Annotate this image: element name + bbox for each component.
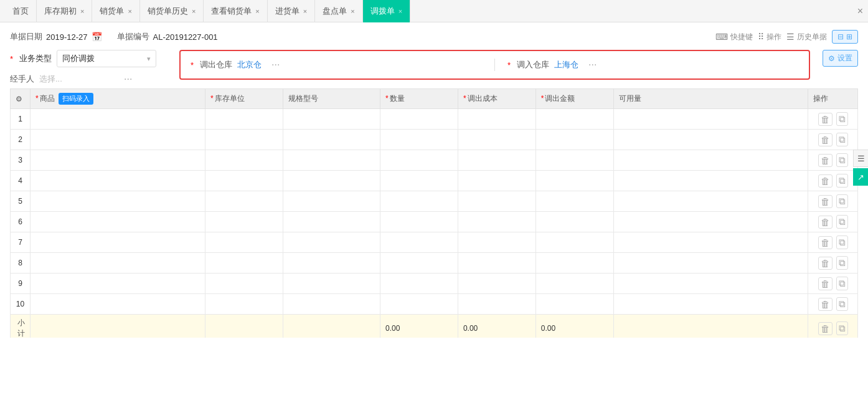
copy-icon[interactable]: ⧉ (836, 194, 848, 208)
cost-cell[interactable] (458, 150, 535, 171)
spec-cell[interactable] (283, 191, 380, 212)
delete-icon[interactable]: 🗑 (818, 216, 833, 229)
close-icon[interactable]: × (255, 7, 259, 15)
unit-cell[interactable] (205, 232, 283, 253)
tab-transfer[interactable]: 调拨单 × (363, 0, 410, 22)
cost-cell[interactable] (458, 294, 535, 315)
amount-cell[interactable] (535, 109, 613, 130)
quantity-cell[interactable] (380, 253, 458, 274)
quantity-cell[interactable] (380, 294, 458, 315)
operations-action[interactable]: ⠿ 操作 (758, 32, 781, 42)
gear-icon[interactable]: ⚙ (16, 95, 22, 103)
amount-cell[interactable] (535, 130, 613, 150)
cost-cell[interactable] (458, 191, 535, 212)
from-warehouse-more-icon[interactable]: ··· (271, 59, 280, 70)
amount-cell[interactable] (535, 191, 613, 212)
cost-cell[interactable]: 0.00 (458, 315, 535, 338)
close-icon[interactable]: × (80, 7, 84, 15)
tab-inventory-init[interactable]: 库存期初 × (37, 0, 92, 22)
delete-icon[interactable]: 🗑 (818, 257, 833, 270)
copy-icon[interactable]: ⧉ (836, 277, 848, 290)
unit-cell[interactable] (205, 253, 283, 274)
delete-icon[interactable]: 🗑 (818, 154, 833, 167)
person-more-icon[interactable]: ··· (124, 74, 132, 85)
spec-cell[interactable] (283, 150, 380, 171)
col-settings[interactable]: ⚙ (11, 89, 31, 109)
cost-cell[interactable] (458, 130, 535, 150)
delete-icon[interactable]: 🗑 (818, 322, 833, 335)
cost-cell[interactable] (458, 253, 535, 274)
close-icon[interactable]: × (351, 7, 354, 15)
quantity-cell[interactable] (380, 150, 458, 171)
tab-sales-order[interactable]: 销货单 × (92, 0, 139, 22)
delete-icon[interactable]: 🗑 (818, 113, 833, 126)
quantity-cell[interactable] (380, 109, 458, 130)
history-action[interactable]: ☰ 历史单据 (786, 32, 827, 42)
delete-icon[interactable]: 🗑 (818, 133, 833, 146)
close-icon[interactable]: × (192, 7, 196, 15)
calendar-icon[interactable]: 📅 (92, 32, 102, 42)
amount-cell[interactable] (535, 274, 613, 294)
product-cell[interactable] (31, 150, 205, 171)
amount-cell[interactable] (535, 212, 613, 232)
copy-icon[interactable]: ⧉ (836, 215, 848, 229)
quantity-cell[interactable] (380, 212, 458, 232)
unit-cell[interactable] (205, 109, 283, 130)
unit-cell[interactable] (205, 150, 283, 171)
spec-cell[interactable] (283, 212, 380, 232)
product-cell[interactable] (31, 315, 205, 338)
tab-sales-history[interactable]: 销货单历史 × (140, 0, 204, 22)
shortcuts-action[interactable]: ⌨ 快捷键 (715, 32, 753, 42)
unit-cell[interactable] (205, 315, 283, 338)
amount-cell[interactable] (535, 294, 613, 315)
tab-home[interactable]: 首页 (5, 0, 37, 22)
delete-icon[interactable]: 🗑 (818, 236, 833, 249)
unit-cell[interactable] (205, 171, 283, 191)
cost-cell[interactable] (458, 171, 535, 191)
product-cell[interactable] (31, 253, 205, 274)
copy-icon[interactable]: ⧉ (836, 297, 848, 311)
delete-icon[interactable]: 🗑 (818, 277, 833, 290)
spec-cell[interactable] (283, 274, 380, 294)
product-cell[interactable] (31, 232, 205, 253)
copy-icon[interactable]: ⧉ (836, 236, 848, 249)
unit-cell[interactable] (205, 130, 283, 150)
tab-inventory-check[interactable]: 盘点单 × (315, 0, 362, 22)
close-icon[interactable]: × (303, 7, 307, 15)
cost-cell[interactable] (458, 232, 535, 253)
close-icon[interactable]: × (128, 7, 131, 15)
scan-barcode-button[interactable]: 扫码录入 (59, 93, 93, 105)
side-panel-expand-icon[interactable]: ↗ (853, 168, 868, 186)
amount-cell[interactable] (535, 171, 613, 191)
cost-cell[interactable] (458, 274, 535, 294)
spec-cell[interactable] (283, 109, 380, 130)
unit-cell[interactable] (205, 274, 283, 294)
business-type-select[interactable]: 同价调拨 ▾ (57, 50, 156, 67)
close-icon[interactable]: × (399, 7, 402, 15)
copy-icon[interactable]: ⧉ (836, 174, 848, 188)
cost-cell[interactable] (458, 212, 535, 232)
product-cell[interactable] (31, 294, 205, 315)
person-select[interactable]: 选择... (39, 72, 114, 86)
amount-cell[interactable]: 0.00 (535, 315, 613, 338)
delete-icon[interactable]: 🗑 (818, 195, 833, 208)
tab-view-sales[interactable]: 查看销货单 × (204, 0, 267, 22)
copy-icon[interactable]: ⧉ (836, 133, 848, 146)
spec-cell[interactable] (283, 253, 380, 274)
layout-settings-button[interactable]: ⊟ ⊞ (832, 30, 858, 44)
product-cell[interactable] (31, 130, 205, 150)
unit-cell[interactable] (205, 294, 283, 315)
product-cell[interactable] (31, 171, 205, 191)
quantity-cell[interactable] (380, 191, 458, 212)
spec-cell[interactable] (283, 232, 380, 253)
quantity-cell[interactable] (380, 274, 458, 294)
amount-cell[interactable] (535, 150, 613, 171)
product-cell[interactable] (31, 109, 205, 130)
side-panel-list-icon[interactable]: ☰ (853, 150, 868, 167)
cost-cell[interactable] (458, 109, 535, 130)
product-cell[interactable] (31, 191, 205, 212)
quantity-cell[interactable] (380, 171, 458, 191)
copy-icon[interactable]: ⧉ (836, 321, 848, 335)
spec-cell[interactable] (283, 130, 380, 150)
product-cell[interactable] (31, 274, 205, 294)
